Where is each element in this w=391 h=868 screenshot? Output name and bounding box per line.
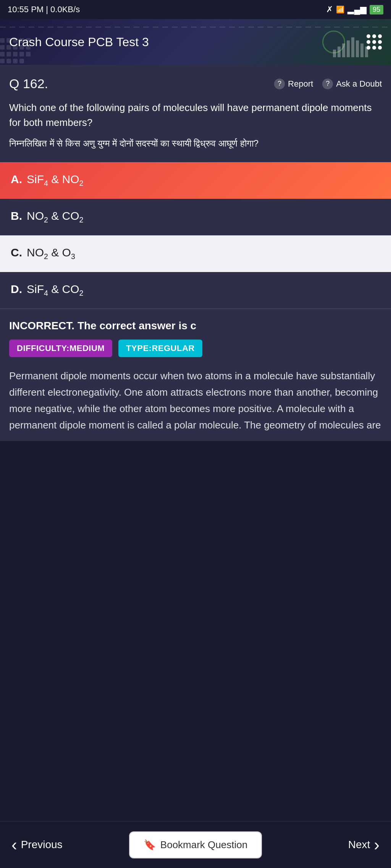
option-b-label: B. xyxy=(11,209,22,222)
question-text-english: Which one of the following pairs of mole… xyxy=(9,100,382,130)
option-d-formula: SiF4 & CO2 xyxy=(27,283,83,298)
option-d-label: D. xyxy=(11,283,22,296)
bookmark-label: Bookmark Question xyxy=(160,839,247,851)
option-c-text: C. NO2 & O3 xyxy=(11,246,380,261)
bottom-navigation: ‹ Previous 🔖 Bookmark Question Next › xyxy=(0,821,391,868)
option-a-text: A. SiF4 & NO2 xyxy=(11,173,380,188)
question-text-hindi: निम्नलिखित में से किस अणु युग्म में दोनो… xyxy=(9,136,382,151)
option-a-label: A. xyxy=(11,173,22,186)
question-header: Q 162. ? Report ? Ask a Doubt xyxy=(9,76,382,91)
option-b[interactable]: B. NO2 & CO2 xyxy=(0,199,391,235)
header-title: Crash Course PCB Test 3 xyxy=(9,35,149,49)
question-card: Q 162. ? Report ? Ask a Doubt Which one … xyxy=(0,65,391,162)
option-b-formula: NO2 & CO2 xyxy=(27,209,83,224)
next-label: Next xyxy=(348,839,370,851)
next-arrow-icon: › xyxy=(374,835,380,854)
report-button[interactable]: ? Report xyxy=(274,79,313,89)
prev-arrow-icon: ‹ xyxy=(11,835,17,854)
question-actions: ? Report ? Ask a Doubt xyxy=(274,79,382,89)
explanation-text: Permanent dipole moments occur when two … xyxy=(9,368,382,441)
previous-label: Previous xyxy=(21,839,63,851)
header: Crash Course PCB Test 3 xyxy=(0,19,391,65)
options-container: A. SiF4 & NO2 B. NO2 & CO2 C. NO2 & O3 D… xyxy=(0,162,391,309)
signal-icon: ▂▄▆ xyxy=(347,5,367,14)
option-c[interactable]: C. NO2 & O3 xyxy=(0,235,391,272)
ask-doubt-label: Ask a Doubt xyxy=(336,79,382,89)
bottom-spacer xyxy=(0,441,391,517)
battery-icon: 95 xyxy=(370,5,383,14)
bookmark-icon: 🔖 xyxy=(144,839,156,851)
network-icon: 📶 xyxy=(336,5,344,14)
report-label: Report xyxy=(288,79,313,89)
badges-container: DIFFICULTY:MEDIUM TYPE:REGULAR xyxy=(9,340,382,357)
status-time: 10:55 PM | 0.0KB/s xyxy=(8,5,80,14)
status-icons: ✗ 📶 ▂▄▆ 95 xyxy=(326,5,383,14)
ask-doubt-icon: ? xyxy=(322,79,333,89)
result-title: INCORRECT. The correct answer is c xyxy=(9,320,382,332)
option-a[interactable]: A. SiF4 & NO2 xyxy=(0,162,391,199)
option-c-formula: NO2 & O3 xyxy=(27,246,75,261)
option-c-label: C. xyxy=(11,246,22,259)
option-d-text: D. SiF4 & CO2 xyxy=(11,283,380,298)
bookmark-button[interactable]: 🔖 Bookmark Question xyxy=(129,831,262,858)
status-bar: 10:55 PM | 0.0KB/s ✗ 📶 ▂▄▆ 95 xyxy=(0,0,391,19)
next-button[interactable]: Next › xyxy=(290,821,391,868)
grid-menu-icon[interactable] xyxy=(367,34,382,50)
difficulty-badge[interactable]: DIFFICULTY:MEDIUM xyxy=(9,340,112,357)
option-a-formula: SiF4 & NO2 xyxy=(27,173,83,188)
ask-doubt-button[interactable]: ? Ask a Doubt xyxy=(322,79,382,89)
result-section: INCORRECT. The correct answer is c DIFFI… xyxy=(0,309,391,441)
previous-button[interactable]: ‹ Previous xyxy=(0,821,101,868)
question-number: Q 162. xyxy=(9,76,48,91)
option-b-text: B. NO2 & CO2 xyxy=(11,209,380,224)
bluetooth-icon: ✗ xyxy=(326,5,333,14)
report-icon: ? xyxy=(274,79,285,89)
header-bars-decoration xyxy=(333,37,368,57)
option-d[interactable]: D. SiF4 & CO2 xyxy=(0,272,391,309)
type-badge[interactable]: TYPE:REGULAR xyxy=(118,340,202,357)
